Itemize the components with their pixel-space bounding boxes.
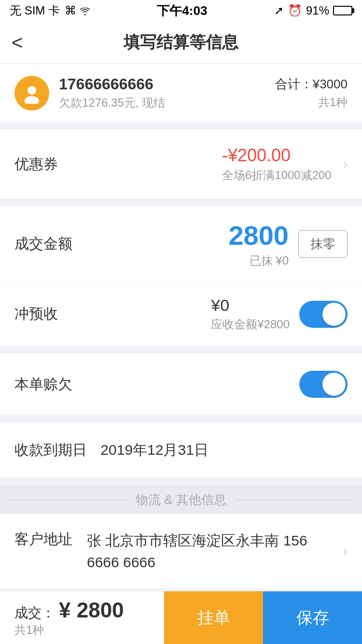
address-section: 客户地址 张 北京市市辖区海淀区永丰南 156 6666 6666 ›	[0, 514, 362, 588]
deal-amount-section: 成交金额 2800 已抹 ¥0 抹零 冲预收 ¥0 应收金额¥2800	[0, 206, 362, 346]
total-amount-label: 合计：¥3000	[275, 76, 348, 93]
customer-debt: 欠款1276.35元, 现结	[59, 95, 165, 111]
avatar	[14, 76, 49, 111]
precollect-label: 冲预收	[14, 304, 58, 324]
bottom-deal-row: 成交： ¥ 2800	[14, 598, 150, 622]
address-row[interactable]: 客户地址 张 北京市市辖区海淀区永丰南 156 6666 6666 ›	[0, 514, 362, 588]
wifi-icon: ⌘	[65, 4, 90, 17]
divider-line-right	[236, 500, 352, 500]
coupon-section: 优惠券 -¥200.00 全场6折满1000减200 ›	[0, 130, 362, 198]
status-left: 无 SIM 卡 ⌘	[10, 3, 90, 18]
logistics-divider-text: 物流 & 其他信息	[136, 491, 226, 508]
deal-amount-right: 2800 已抹 ¥0 抹零	[228, 220, 348, 268]
deal-amount-row: 成交金额 2800 已抹 ¥0 抹零	[0, 206, 362, 282]
toggle-knob	[322, 303, 346, 326]
save-button[interactable]: 保存	[263, 591, 362, 644]
customer-total: 合计：¥3000 共1种	[275, 76, 348, 110]
due-date-section: 收款到期日 2019年12月31日	[0, 423, 362, 477]
coupon-amount: -¥200.00	[222, 145, 332, 166]
overdue-section: 本单赊欠	[0, 353, 362, 415]
svg-point-1	[25, 96, 39, 104]
nav-bar: < 填写结算等信息	[0, 21, 362, 64]
customer-left: 17666666666 欠款1276.35元, 现结	[14, 75, 165, 111]
bottom-deal-label: 成交：	[14, 604, 55, 622]
customer-card: 17666666666 欠款1276.35元, 现结 合计：¥3000 共1种	[0, 64, 362, 122]
status-time: 下午4:03	[157, 2, 207, 19]
coupon-chevron-icon: ›	[343, 156, 348, 172]
carrier-label: 无 SIM 卡	[10, 3, 60, 18]
divider-line-left	[10, 500, 126, 500]
bottom-summary: 成交： ¥ 2800 共1种	[0, 598, 164, 638]
customer-info: 17666666666 欠款1276.35元, 现结	[59, 75, 165, 111]
address-label: 客户地址	[14, 530, 72, 549]
status-bar: 无 SIM 卡 ⌘ 下午4:03 ➚ ⏰ 91%	[0, 0, 362, 21]
deal-amount-label: 成交金额	[14, 234, 72, 254]
coupon-desc: 全场6折满1000减200	[222, 168, 332, 183]
status-right: ➚ ⏰ 91%	[274, 4, 352, 17]
bottom-count: 共1种	[14, 622, 150, 638]
back-button[interactable]: <	[12, 33, 23, 52]
round-zero-button[interactable]: 抹零	[298, 230, 348, 258]
precollect-toggle[interactable]	[299, 301, 348, 328]
battery-icon	[333, 6, 352, 15]
address-value: 张 北京市市辖区海淀区永丰南 156 6666 6666	[87, 530, 335, 573]
precollect-value: ¥0	[211, 296, 290, 315]
total-count-label: 共1种	[275, 95, 348, 110]
coupon-label: 优惠券	[14, 154, 58, 174]
hang-order-button[interactable]: 挂单	[164, 591, 263, 644]
customer-phone: 17666666666	[59, 75, 165, 93]
precollect-row: 冲预收 ¥0 应收金额¥2800	[0, 282, 362, 346]
overdue-toggle-knob	[322, 373, 346, 396]
bottom-deal-amount: ¥ 2800	[59, 598, 124, 622]
overdue-label: 本单赊欠	[14, 375, 72, 394]
address-chevron-icon: ›	[343, 544, 348, 559]
precollect-desc: 应收金额¥2800	[211, 317, 290, 332]
overdue-row: 本单赊欠	[0, 353, 362, 415]
location-icon: ➚	[274, 4, 284, 17]
deal-amount-value: 2800	[228, 220, 289, 251]
content-area: 17666666666 欠款1276.35元, 现结 合计：¥3000 共1种 …	[0, 64, 362, 644]
battery-percent: 91%	[306, 4, 329, 17]
coupon-row[interactable]: 优惠券 -¥200.00 全场6折满1000减200 ›	[0, 130, 362, 198]
due-date-label: 收款到期日	[14, 442, 87, 458]
due-date-value: 2019年12月31日	[100, 442, 208, 458]
deal-amount-sub: 已抹 ¥0	[228, 253, 289, 268]
svg-point-0	[28, 86, 36, 95]
alarm-icon: ⏰	[288, 4, 302, 17]
precollect-right: ¥0 应收金额¥2800	[211, 296, 348, 332]
bottom-bar: 成交： ¥ 2800 共1种 挂单 保存	[0, 591, 362, 644]
logistics-divider: 物流 & 其他信息	[0, 485, 362, 514]
page-title: 填写结算等信息	[124, 31, 238, 54]
coupon-right: -¥200.00 全场6折满1000减200 ›	[222, 145, 348, 183]
overdue-toggle[interactable]	[299, 371, 348, 398]
